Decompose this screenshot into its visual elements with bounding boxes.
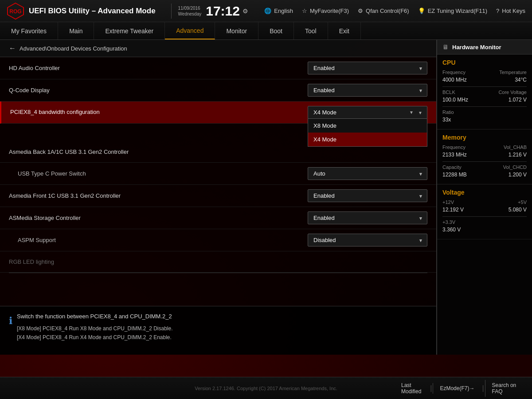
- asmedia-front-select-wrapper: Enabled Disabled ▼: [308, 189, 427, 202]
- hw-12v-value: 12.192 V: [442, 207, 464, 213]
- info-line-1: [X8 Mode] PCIEX8_4 Run X8 Mode and CPU_D…: [17, 324, 173, 333]
- setting-rgb-led: RGB LED lighting: [0, 251, 436, 273]
- hw-vol-chcd-value: 1.200 V: [509, 172, 527, 178]
- hw-mem-freq-value: 2133 MHz: [442, 152, 467, 158]
- settings-list: HD Audio Controller Enabled Disabled ▼ Q…: [0, 57, 436, 306]
- pciex-select-display[interactable]: X4 Mode ▼: [308, 106, 427, 119]
- info-icon: ℹ: [9, 313, 12, 342]
- hw-ratio-label-row: Ratio: [442, 110, 527, 115]
- myfavorite-label: MyFavorite(F3): [310, 8, 349, 14]
- info-text-block: Switch the function between PCIEX8_4 and…: [17, 312, 173, 342]
- hw-ratio-value: 33x: [442, 117, 451, 123]
- pciex-option-x4[interactable]: X4 Mode: [308, 133, 427, 146]
- rgb-led-label: RGB LED lighting: [9, 258, 427, 265]
- qcode-select[interactable]: Enabled Disabled: [308, 84, 427, 97]
- ez-mode-btn[interactable]: EzMode(F7)→: [433, 383, 481, 394]
- volt-divider: [442, 216, 527, 217]
- nav-boot[interactable]: Boot: [258, 22, 294, 39]
- setting-pciex-bandwidth: PCIEX8_4 bandwidth configuration X4 Mode…: [0, 102, 436, 124]
- nav-tool[interactable]: Tool: [294, 22, 328, 39]
- hw-v12-labels: +12V +5V: [442, 200, 527, 205]
- footer-separator-2: |: [482, 384, 484, 392]
- nav-exit[interactable]: Exit: [328, 22, 361, 39]
- pciex-selected-value: X4 Mode: [313, 109, 336, 116]
- asmedia-front-select[interactable]: Enabled Disabled: [308, 189, 427, 202]
- qfan-label: Qfan Control(F6): [366, 8, 409, 14]
- hw-vol-chab-value: 1.216 V: [509, 152, 527, 158]
- hotkeys-btn[interactable]: ? Hot Keys: [496, 8, 525, 14]
- aspm-control: Disabled Enabled ▼: [308, 234, 427, 246]
- pciex-dropdown-icon: ▼: [409, 110, 414, 115]
- header: ROG UEFI BIOS Utility – Advanced Mode 11…: [0, 0, 532, 40]
- language-btn[interactable]: 🌐 English: [264, 8, 293, 14]
- asmedia-storage-select[interactable]: Enabled Disabled: [308, 211, 427, 224]
- hw-monitor-header: 🖥 Hardware Monitor: [437, 40, 532, 55]
- hd-audio-control: Enabled Disabled ▼: [308, 62, 427, 74]
- hw-33v-label: +3.3V: [442, 219, 455, 225]
- hw-memory-section: Memory Frequency Vol_CHAB 2133 MHz 1.216…: [437, 129, 532, 184]
- aspm-select[interactable]: Disabled Enabled: [308, 234, 427, 246]
- usb-typec-select[interactable]: Auto Enabled Disabled: [308, 167, 427, 180]
- footer-separator-1: |: [430, 384, 432, 392]
- gear-icon[interactable]: ⚙: [243, 8, 248, 15]
- hd-audio-select[interactable]: Enabled Disabled: [308, 62, 427, 74]
- hw-mem-freq-vals: 2133 MHz 1.216 V: [442, 152, 527, 158]
- pciex-dropdown-menu: X8 Mode X4 Mode: [308, 119, 427, 147]
- fan-icon: ⚙: [358, 8, 363, 14]
- nav-main[interactable]: Main: [58, 22, 94, 39]
- app-title: UEFI BIOS Utility – Advanced Mode: [29, 7, 156, 16]
- last-modified-btn[interactable]: Last Modified: [395, 380, 429, 397]
- logo-area: ROG UEFI BIOS Utility – Advanced Mode: [7, 2, 156, 20]
- search-faq-btn[interactable]: Search on FAQ: [485, 380, 523, 397]
- separator: [9, 273, 427, 273]
- qcode-control: Enabled Disabled ▼: [308, 84, 427, 97]
- hw-capacity-value: 12288 MB: [442, 172, 467, 178]
- breadcrumb-text: Advanced\Onboard Devices Configuration: [20, 45, 127, 52]
- asmedia-storage-control: Enabled Disabled ▼: [308, 211, 427, 224]
- hw-capacity-labels: Capacity Vol_CHCD: [442, 164, 527, 170]
- hotkeys-label: Hot Keys: [502, 8, 525, 14]
- ez-tuning-btn[interactable]: 💡 EZ Tuning Wizard(F11): [418, 8, 487, 14]
- aspm-label: ASPM Support: [18, 237, 308, 243]
- aspm-select-wrapper: Disabled Enabled ▼: [308, 234, 427, 246]
- pciex-option-x8[interactable]: X8 Mode: [308, 119, 427, 133]
- hw-vol-chab-label: Vol_CHAB: [504, 145, 527, 150]
- info-line-2: [X4 Mode] PCIEX8_4 Run X4 Mode and CPU_D…: [17, 333, 173, 342]
- qcode-select-wrapper: Enabled Disabled ▼: [308, 84, 427, 97]
- globe-icon: 🌐: [264, 8, 271, 14]
- hw-bclk-row-labels: BCLK Core Voltage: [442, 90, 527, 95]
- info-title: Switch the function between PCIEX8_4 and…: [17, 312, 173, 321]
- content-area: ← Advanced\Onboard Devices Configuration…: [0, 40, 437, 355]
- main-layout: ← Advanced\Onboard Devices Configuration…: [0, 40, 532, 355]
- usb-typec-select-wrapper: Auto Enabled Disabled ▼: [308, 167, 427, 180]
- hw-cpu-freq-val-row: 4000 MHz 34°C: [442, 77, 527, 83]
- nav-bar: My Favorites Main Extreme Tweaker Advanc…: [0, 22, 532, 39]
- nav-my-favorites[interactable]: My Favorites: [0, 22, 58, 39]
- hw-monitor-title: Hardware Monitor: [452, 44, 501, 51]
- star-icon: ☆: [302, 8, 307, 14]
- nav-extreme-tweaker[interactable]: Extreme Tweaker: [94, 22, 165, 39]
- cpu-divider-2: [442, 106, 527, 107]
- hw-bclk-value: 100.0 MHz: [442, 97, 468, 103]
- nav-monitor[interactable]: Monitor: [215, 22, 258, 39]
- header-tools: 🌐 English ☆ MyFavorite(F3) ⚙ Qfan Contro…: [264, 8, 525, 14]
- hw-bclk-label: BCLK: [442, 90, 455, 95]
- hd-audio-label: HD Audio Controller: [9, 65, 308, 71]
- info-box: ℹ Switch the function between PCIEX8_4 a…: [0, 306, 436, 355]
- hw-core-voltage-value: 1.072 V: [509, 97, 527, 103]
- hw-vol-chcd-label: Vol_CHCD: [503, 164, 527, 170]
- setting-qcode: Q-Code Display Enabled Disabled ▼: [0, 79, 436, 102]
- ez-tuning-label: EZ Tuning Wizard(F11): [428, 8, 487, 14]
- setting-asmedia-front: Asmedia Front 1C USB 3.1 Gen2 Controller…: [0, 185, 436, 207]
- setting-hd-audio: HD Audio Controller Enabled Disabled ▼: [0, 57, 436, 79]
- footer-buttons: Last Modified | EzMode(F7)→ | Search on …: [395, 380, 523, 397]
- hw-cpu-freq-row: Frequency Temperature: [442, 70, 527, 75]
- asmedia-storage-label: ASMedia Storage Controller: [9, 215, 308, 221]
- nav-advanced[interactable]: Advanced: [165, 22, 215, 39]
- hw-cpu-freq-value: 4000 MHz: [442, 77, 467, 83]
- back-arrow-icon[interactable]: ←: [9, 44, 16, 52]
- qfan-btn[interactable]: ⚙ Qfan Control(F6): [358, 8, 409, 14]
- myfavorite-btn[interactable]: ☆ MyFavorite(F3): [302, 8, 349, 14]
- hw-cpu-freq-label: Frequency: [442, 70, 466, 75]
- time-display: 17:12: [206, 4, 240, 19]
